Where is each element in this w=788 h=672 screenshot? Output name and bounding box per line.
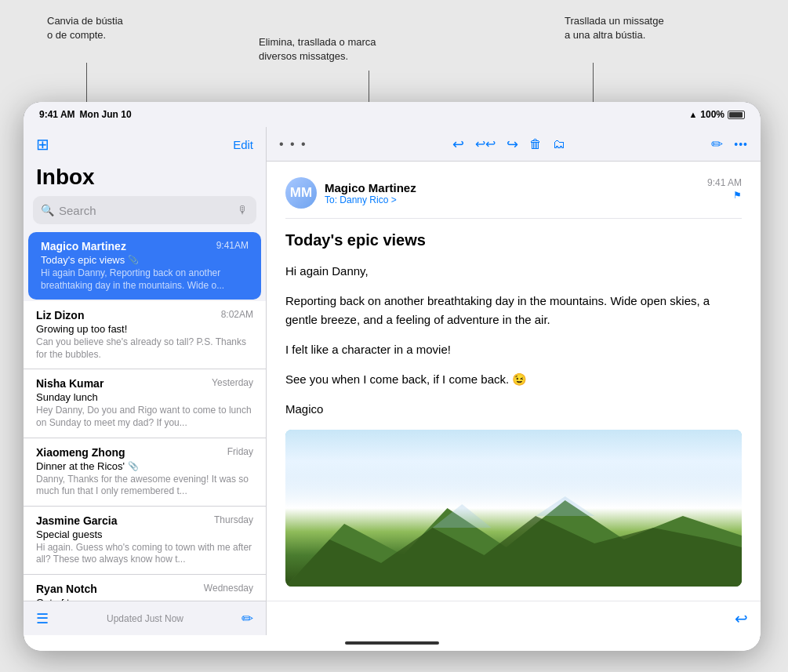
email-time: Yesterday — [212, 377, 253, 388]
avatar: MM — [285, 177, 317, 209]
compose-button[interactable]: ✏ — [711, 136, 723, 153]
email-subject: Today's epic views — [285, 231, 742, 249]
menu-icon[interactable]: ☰ — [36, 610, 49, 627]
annotation-1: Canvia de bústia o de compte. — [47, 14, 123, 42]
email-preview: Hi again Danny, Reporting back on anothe… — [41, 267, 249, 292]
battery-fill — [729, 112, 743, 118]
annotation-3-line1: Trasllada un missatge — [565, 15, 664, 27]
email-preview: Can you believe she's already so tall? P… — [36, 336, 253, 361]
status-bar: 9:41 AM Mon Jun 10 ▲ 100% — [24, 102, 761, 127]
annotation-2: Elimina, trasllada o marca diversos miss… — [259, 35, 376, 64]
attachment-icon: 📎 — [128, 255, 139, 265]
edit-button[interactable]: Edit — [233, 138, 253, 151]
email-list-item[interactable]: Magico Martinez 9:41AM Today's epic view… — [28, 232, 261, 300]
forward-button[interactable]: ↪ — [507, 136, 518, 153]
battery-percent: 100% — [700, 109, 724, 120]
status-day: Mon Jun 10 — [80, 109, 132, 120]
home-indicator — [24, 635, 761, 651]
avatar-image: MM — [285, 177, 317, 209]
avatar-initials: MM — [290, 185, 312, 201]
sender-details: Magico Martinez To: Danny Rico > — [325, 181, 416, 205]
annotation-1-line1: Canvia de bústia — [47, 15, 123, 27]
email-time: Thursday — [214, 514, 253, 525]
email-time: 8:02AM — [221, 309, 253, 320]
annotation-1-line2: o de compte. — [47, 29, 106, 41]
body-paragraph: Hi again Danny, — [285, 262, 742, 281]
body-paragraph: I felt like a character in a movie! — [285, 340, 742, 359]
ipad-frame: 9:41 AM Mon Jun 10 ▲ 100% ⊞ Edit — [24, 102, 761, 651]
email-sender: Magico Martinez — [41, 240, 216, 252]
ipad-screen: 9:41 AM Mon Jun 10 ▲ 100% ⊞ Edit — [24, 102, 761, 651]
reply-footer-button[interactable]: ↩ — [735, 609, 748, 628]
mountain-svg — [285, 492, 742, 587]
email-subject: Growing up too fast! — [36, 323, 253, 335]
email-sender: Ryan Notch — [36, 583, 204, 595]
email-subject: Special guests — [36, 529, 253, 540]
sender-to[interactable]: To: Danny Rico > — [325, 194, 416, 205]
email-sender: Xiaomeng Zhong — [36, 446, 227, 459]
wifi-icon: ▲ — [688, 110, 697, 119]
status-right: ▲ 100% — [688, 109, 745, 120]
more-button[interactable]: ••• — [734, 138, 748, 151]
email-preview: Hi again. Guess who's coming to town wit… — [36, 542, 253, 566]
detail-footer: ↩ — [267, 601, 761, 635]
email-subject: Sunday lunch — [36, 391, 253, 403]
battery-icon — [728, 111, 745, 119]
email-item-header: Jasmine Garcia Thursday — [36, 514, 253, 527]
email-subject: Out of town — [36, 597, 253, 601]
reply-all-button[interactable]: ↩↩ — [475, 136, 496, 151]
email-body: Hi again Danny,Reporting back on another… — [285, 262, 742, 419]
detail-time-area: 9:41 AM ⚑ — [707, 177, 742, 201]
detail-time: 9:41 AM — [707, 177, 742, 188]
email-list-item[interactable]: Liz Dizon 8:02AM Growing up too fast! Ca… — [24, 301, 266, 369]
trash-button[interactable]: 🗑 — [529, 137, 542, 151]
flag-icon[interactable]: ⚑ — [707, 190, 742, 201]
sender-name: Magico Martinez — [325, 181, 416, 194]
email-sender: Nisha Kumar — [36, 377, 212, 390]
left-bottom-bar: ☰ Updated Just Now ✏ — [24, 601, 266, 635]
microphone-icon[interactable]: 🎙 — [238, 204, 249, 216]
body-paragraph: See you when I come back, if I come back… — [285, 370, 742, 389]
email-item-header: Magico Martinez 9:41AM — [41, 240, 249, 252]
email-list-item[interactable]: Xiaomeng Zhong Friday Dinner at the Rico… — [24, 438, 266, 507]
email-subject: Today's epic views📎 — [41, 254, 249, 266]
email-item-header: Nisha Kumar Yesterday — [36, 377, 253, 390]
status-time: 9:41 AM — [39, 109, 75, 120]
email-item-header: Xiaomeng Zhong Friday — [36, 446, 253, 459]
toolbar-actions: ↩ ↩↩ ↪ 🗑 🗂 — [452, 136, 565, 153]
email-list-item[interactable]: Ryan Notch Wednesday Out of town Howdy, … — [24, 575, 266, 601]
right-panel: • • • ↩ ↩↩ ↪ 🗑 🗂 ✏ ••• — [267, 127, 761, 635]
toolbar-dots: • • • — [279, 137, 307, 151]
reply-button[interactable]: ↩ — [452, 136, 464, 153]
left-toolbar: ⊞ Edit — [24, 127, 266, 162]
email-time: 9:41AM — [216, 240, 249, 251]
sender-info: MM Magico Martinez To: Danny Rico > — [285, 177, 416, 209]
compose-small-icon[interactable]: ✏ — [241, 610, 253, 627]
email-item-header: Ryan Notch Wednesday — [36, 583, 253, 595]
toolbar-right: ✏ ••• — [711, 136, 748, 153]
email-item-header: Liz Dizon 8:02AM — [36, 309, 253, 321]
annotation-3-line2: a una altra bústia. — [565, 29, 645, 41]
toolbar-center: • • • — [279, 137, 307, 151]
move-button[interactable]: 🗂 — [553, 137, 565, 151]
sidebar-toggle-icon[interactable]: ⊞ — [36, 135, 49, 154]
search-icon: 🔍 — [41, 204, 54, 216]
annotation-2-line1: Elimina, trasllada o marca — [259, 36, 376, 48]
left-panel: ⊞ Edit Inbox 🔍 Search 🎙 Magico Martinez … — [24, 127, 267, 635]
right-toolbar: • • • ↩ ↩↩ ↪ 🗑 🗂 ✏ ••• — [267, 127, 761, 162]
annotation-3: Trasllada un missatge a una altra bústia… — [565, 14, 664, 42]
home-bar — [345, 641, 439, 645]
mountain-landscape — [285, 430, 742, 587]
search-bar[interactable]: 🔍 Search 🎙 — [33, 196, 256, 224]
search-placeholder: Search — [59, 204, 233, 217]
email-list-item[interactable]: Jasmine Garcia Thursday Special guests H… — [24, 507, 266, 575]
email-attachment-image — [285, 430, 742, 587]
email-time: Friday — [227, 446, 253, 457]
email-list-item[interactable]: Nisha Kumar Yesterday Sunday lunch Hey D… — [24, 369, 266, 438]
body-paragraph: Magico — [285, 400, 742, 419]
attachment-icon: 📎 — [128, 461, 139, 471]
annotation-2-line2: diversos missatges. — [259, 50, 348, 62]
body-paragraph: Reporting back on another breathtaking d… — [285, 292, 742, 329]
email-time: Wednesday — [204, 583, 253, 594]
status-left: 9:41 AM Mon Jun 10 — [39, 109, 132, 120]
